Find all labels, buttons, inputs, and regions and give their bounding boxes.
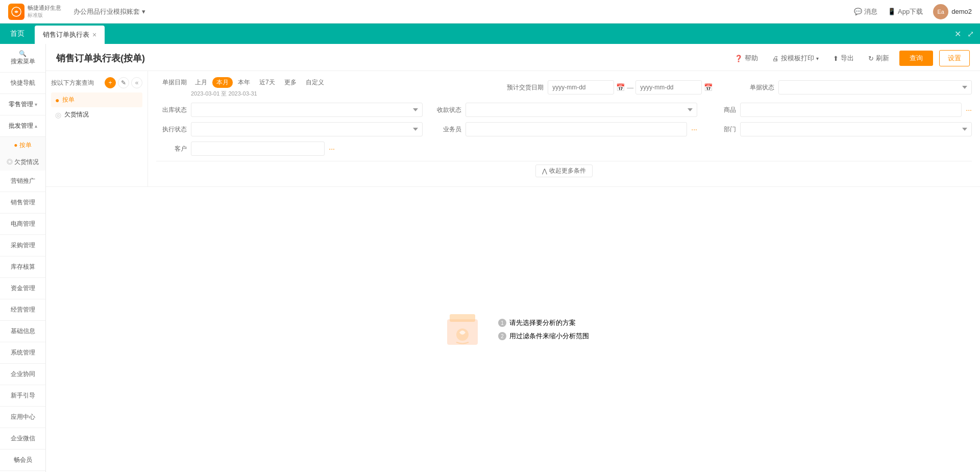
filter-row-4: 客户 ··· [156,141,972,156]
close-window-icon[interactable]: ✕ [954,29,961,39]
goods-input[interactable] [740,103,962,117]
filter-right: 单据日期 上月 本月 本年 近7天 更多 自定义 2023 [148,71,980,186]
sidebar-item-quick-nav[interactable]: 快捷导航 [0,73,45,94]
customer-input[interactable] [191,141,325,156]
date-tab-prev[interactable]: 上月 [191,77,211,88]
sidebar-item-wechat[interactable]: 企业微信 [0,428,45,450]
page-actions: ❓ 帮助 🖨 按模板打印 ▾ ⬆ 导出 ↻ 刷新 [730,50,970,66]
collapse-row: ⋀ 收起更多条件 [156,161,972,180]
customer-dots-icon[interactable]: ··· [329,145,335,153]
content-area: 销售订单执行表(按单) ❓ 帮助 🖨 按模板打印 ▾ ⬆ 导出 [46,44,980,472]
tab-close-icon[interactable]: × [92,31,96,39]
forecast-date-to[interactable] [635,80,702,95]
sidebar-item-system[interactable]: 系统管理 [0,342,45,364]
basic-info-label: 基础信息 [11,327,35,335]
date-tab-year[interactable]: 本年 [234,77,254,88]
sidebar-item-inventory[interactable]: 库存核算 [0,256,45,278]
empty-step-2: 2 用过滤条件来缩小分析范围 [498,332,589,341]
app-download-icon: 📱 [888,8,896,15]
ship-status-select[interactable] [191,103,423,117]
tab-active[interactable]: 销售订单执行表 × [35,26,105,44]
app-download-action[interactable]: 📱 App下载 [888,7,923,16]
customer-label: 客户 [156,145,187,153]
step-2-text: 用过滤条件来缩小分析范围 [509,332,589,341]
collection-status-group: 收款状态 [431,103,697,117]
doc-status-select[interactable] [778,80,972,95]
purchase-label: 采购管理 [11,242,35,249]
tab-home[interactable]: 首页 [0,23,35,44]
salesman-dots-icon[interactable]: ··· [691,125,697,133]
ship-status-group: 出库状态 [156,103,423,117]
dept-select[interactable] [740,122,972,136]
sidebar-sub-item-by-order[interactable]: ● 按单 [0,137,45,154]
sidebar-item-retail[interactable]: 零售管理 ▾ [0,94,45,115]
edit-scheme-btn[interactable]: ✎ [118,77,129,88]
message-label: 消息 [864,7,877,16]
filter-panel: 按以下方案查询 + ✎ « ● 按单 ◎ 欠货情况 [46,71,980,187]
exec-status-group: 执行状态 [156,122,423,136]
sidebar-item-purchase[interactable]: 采购管理 [0,235,45,256]
scheme-shortage-icon: ◎ [55,111,61,119]
export-btn[interactable]: ⬆ 导出 [829,52,858,65]
goods-dots-icon[interactable]: ··· [966,106,972,114]
newbie-label: 新手引导 [11,392,35,399]
sidebar-sub-item-shortage[interactable]: ◎ 欠货情况 [0,154,45,171]
scheme-item-order[interactable]: ● 按单 [51,92,142,107]
doc-status-label: 单据状态 [744,83,774,92]
sidebar: 🔍 搜索菜单 快捷导航 零售管理 ▾ 批发管理 ▴ ● 按单 ◎ 欠货情况 营销… [0,44,46,472]
salesman-label: 业务员 [431,125,461,134]
date-tab-7[interactable]: 近7天 [255,77,279,88]
logo-area: 畅捷通好生意 标准版 [8,4,61,20]
date-tab-more[interactable]: 更多 [280,77,301,88]
collection-status-select[interactable] [465,103,697,117]
sidebar-item-marketing[interactable]: 营销推广 [0,171,45,192]
date-tab-curr[interactable]: 本月 [212,77,233,88]
salesman-input[interactable] [465,122,687,136]
doc-status-group: 单据状态 [744,80,972,95]
member-label: 畅会员 [14,456,32,463]
retail-label: 零售管理 [9,100,33,109]
sidebar-item-ecommerce[interactable]: 电商管理 [0,214,45,235]
exec-status-select[interactable] [191,122,423,136]
sidebar-item-basic-info[interactable]: 基础信息 [0,321,45,342]
sub-item-shortage-label: 欠货情况 [14,158,39,166]
forecast-date-from[interactable] [548,80,614,95]
top-right: 💬 消息 📱 App下载 Ea demo2 [854,4,972,19]
help-btn[interactable]: ❓ 帮助 [730,52,762,65]
sidebar-item-member[interactable]: 畅会员 [0,450,45,471]
add-scheme-btn[interactable]: + [105,77,116,88]
sidebar-item-search[interactable]: 🔍 搜索菜单 [0,44,45,73]
expand-window-icon[interactable]: ⤢ [967,29,974,39]
query-button[interactable]: 查询 [899,51,933,66]
header-breadcrumb: 办公用品行业模拟账套 ▾ [74,7,145,16]
dept-label: 部门 [705,125,736,134]
sidebar-item-sales[interactable]: 销售管理 [0,192,45,214]
sidebar-item-enterprise[interactable]: 企业协同 [0,364,45,385]
user-area[interactable]: Ea demo2 [933,4,972,19]
print-btn[interactable]: 🖨 按模板打印 ▾ [768,52,823,65]
collapse-btn[interactable]: ⋀ 收起更多条件 [535,164,593,177]
message-action[interactable]: 💬 消息 [854,7,877,16]
date-filter-group: 单据日期 上月 本月 本年 近7天 更多 自定义 2023 [156,77,499,98]
sidebar-item-newbie[interactable]: 新手引导 [0,385,45,407]
collapse-scheme-btn[interactable]: « [131,77,142,88]
avatar: Ea [933,4,948,19]
tab-right: ✕ ⤢ [954,29,980,39]
scheme-item-shortage[interactable]: ◎ 欠货情况 [51,107,142,122]
calendar-to-icon[interactable]: 📅 [704,83,713,91]
refresh-btn[interactable]: ↻ 刷新 [864,52,893,65]
sidebar-item-app-center[interactable]: 应用中心 [0,407,45,428]
breadcrumb-text: 办公用品行业模拟账套 [74,7,140,16]
app-download-label: App下载 [898,7,923,16]
sidebar-item-finance[interactable]: 资金管理 [0,278,45,299]
finance-label: 资金管理 [11,285,35,292]
goods-group: 商品 ··· [705,103,972,117]
sidebar-item-operation[interactable]: 经营管理 [0,299,45,321]
date-tab-custom[interactable]: 自定义 [302,77,328,88]
settings-button[interactable]: 设置 [939,50,970,66]
sub-item-order-label: 按单 [19,141,32,149]
collapse-icon: ⋀ [542,168,547,175]
calendar-from-icon[interactable]: 📅 [616,83,625,91]
tab-label: 销售订单执行表 [43,30,89,39]
sidebar-item-wholesale[interactable]: 批发管理 ▴ [0,115,45,137]
